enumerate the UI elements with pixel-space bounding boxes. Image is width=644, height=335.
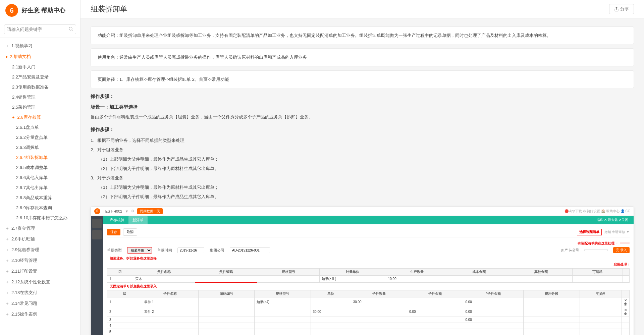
th-other: 其他金额	[510, 268, 572, 275]
sidebar-item-25[interactable]: 2.5采购管理	[0, 102, 80, 112]
sidebar-item-211[interactable]: ＋ 2.11打印设置	[0, 266, 80, 277]
form-type-label: 单据类型	[107, 248, 122, 253]
form-group-label: 集团公司	[210, 248, 224, 253]
sidebar-item-261[interactable]: 2.6.1盘点单	[0, 122, 80, 132]
th-consume: 可消耗	[572, 268, 623, 275]
sidebar-item-269[interactable]: 2.6.9库存账本查询	[0, 203, 80, 213]
th-qty: 生产数量	[386, 268, 448, 275]
app-logo-small: 6	[94, 208, 100, 214]
app-tab-extra: 缩印 ✕ 最大化 ✕关闭	[594, 218, 631, 222]
main-content: 组装拆卸单 分享 功能介绍：组装拆卸单用来处理企业组装或拆卸等加工业务，支持有固…	[80, 0, 644, 335]
form-type-select[interactable]: 组装单据 拆卸单据	[127, 247, 152, 254]
th-action	[623, 268, 630, 275]
app-nav-icon1[interactable]	[92, 219, 102, 228]
th-unit: 计量单位	[319, 268, 386, 275]
app-left-nav	[91, 216, 103, 335]
annotation1-text: 有装配清单的在这里处理 ←——	[107, 240, 630, 246]
sidebar-item-21[interactable]: 2.1新手入门	[0, 62, 80, 72]
th-cost: 成本金额	[448, 268, 510, 275]
sidebar-item-26[interactable]: ● 2.6库存核算	[0, 112, 80, 122]
sidebar-item-28[interactable]: ＋ 2.8手机旺辅	[0, 234, 80, 244]
annotation4-text: ↑ 无固定清单可以直接在这里录入	[107, 284, 630, 289]
sidebar-item-268[interactable]: 2.6.8商品成本重算	[0, 193, 80, 203]
table-row-sub-1: 1 零件 1 如果(×4) 30.00 0.00	[107, 297, 630, 307]
app-topbar: 6 TEST-H002 ▼ ⚙ 同期数据一天 🔴 App下载 ⚙ 初始设置 🏠 …	[91, 207, 634, 216]
sidebar-item-267[interactable]: 2.6.7其他出库单	[0, 183, 80, 193]
form-group-input[interactable]	[230, 247, 270, 253]
form-company-input[interactable]	[584, 249, 608, 251]
content-area: 功能介绍：组装拆卸单用来处理企业组装或拆卸等加工业务，支持有固定装配清单的产品加…	[80, 18, 644, 335]
app-action-row: 保存 取消 选择装配清单 撤销 申请审核 ▼	[107, 227, 630, 237]
app-nav-icon2[interactable]	[92, 230, 102, 239]
scenario1-desc: 当由多个子件材料组装成一个成品的业务为【组装】业务，当由一个父件拆分成多个子产品…	[91, 113, 634, 121]
svg-line-1	[72, 30, 73, 31]
step2-1: （1）上部明细为父件明细，最终作为产成品生成其它入库单；	[91, 155, 634, 164]
scenario1-title: 场景一：加工类型选择	[91, 104, 634, 110]
app-table-header: ☑ 父件名称 父件编码 规格型号 计量单位 生产数量 成本金额 其他金额 可消耗	[107, 268, 630, 283]
sidebar-item-27[interactable]: ＋ 2.7资金管理	[0, 223, 80, 234]
table-row-sub-2: 2 零件 2 30.00 0.00 0.00	[107, 307, 630, 317]
share-button[interactable]: 分享	[609, 4, 634, 14]
table-row: 1 买木 如果(×1L) 10.00	[107, 275, 630, 282]
sidebar-item-help-docs[interactable]: ● 2.帮助文档	[0, 51, 80, 62]
path-block: 页面路径：1、库存核算->库存管理->组装拆卸单 2、首页->常用功能	[91, 70, 634, 88]
svg-point-0	[69, 27, 72, 30]
sidebar-item-video-learning[interactable]: ＋ 1.视频学习	[0, 41, 80, 51]
app-orange-button[interactable]: 同期数据一天	[137, 208, 163, 214]
sidebar-item-213[interactable]: ＋ 2.13在线支付	[0, 287, 80, 298]
scenario1-steps-title: 操作步骤：	[91, 127, 634, 133]
app-tab-new[interactable]: 新添单	[128, 216, 148, 224]
app-form-fields: 单据类型 组装单据 拆卸单据 单据时间 集团公司 如产 从公司	[107, 247, 630, 254]
role-block: 使用角色：通常由生产人员或库管人员完成拆装业务的操作，库管人员确认原材料的出库和…	[91, 48, 634, 66]
sidebar-item-22[interactable]: 2.2产品安装及登录	[0, 72, 80, 82]
app-cancel-btn[interactable]: 取消	[123, 228, 137, 236]
nav-tree: ＋ 1.视频学习 ● 2.帮助文档 2.1新手入门 2.2产品安装及登录 2.3…	[0, 38, 80, 335]
sidebar-item-214[interactable]: ＋ 2.14常见问题	[0, 298, 80, 309]
th-parent-name: 父件名称	[133, 268, 195, 275]
sidebar-item-265[interactable]: 2.6.5成本调整单	[0, 163, 80, 173]
sidebar-item-263[interactable]: 2.6.3调拨单	[0, 143, 80, 153]
sidebar-item-212[interactable]: ＋ 2.12系统个性化设置	[0, 277, 80, 287]
annotation3-text: 启用处理 ↑	[107, 262, 630, 267]
step2: 2、对于组装业务	[91, 146, 634, 154]
sidebar-item-23[interactable]: 2.3使用前数据准备	[0, 82, 80, 92]
sidebar-item-210[interactable]: ＋ 2.10经营管理	[0, 255, 80, 266]
form-date-label: 单据时间	[157, 248, 172, 253]
form-confirm-btn[interactable]: 完 录入	[613, 247, 630, 253]
app-screenshot-wrapper: 6 TEST-H002 ▼ ⚙ 同期数据一天 🔴 App下载 ⚙ 初始设置 🏠 …	[91, 207, 634, 335]
app-body: 库存核算 新添单 缩印 ✕ 最大化 ✕关闭 保存	[91, 216, 634, 335]
form-count-label: 如产 从公司	[561, 248, 579, 253]
app-form-area: 保存 取消 选择装配清单 撤销 申请审核 ▼	[103, 224, 634, 335]
page-title: 组装拆卸单	[91, 4, 127, 14]
annotation-assembly-btn: 选择装配清单	[577, 229, 602, 235]
sidebar-item-262[interactable]: 2.6.2分量盘点单	[0, 132, 80, 143]
th-checkbox: ☑	[107, 268, 133, 275]
app-main-area: 库存核算 新添单 缩印 ✕ 最大化 ✕关闭 保存	[103, 216, 634, 335]
sidebar-item-2610[interactable]: 2.6.10库存账本错了怎么办	[0, 213, 80, 223]
app-save-btn[interactable]: 保存	[107, 229, 120, 235]
logo-icon: 6	[5, 4, 18, 17]
form-date-input[interactable]	[177, 247, 204, 253]
step3: 3、对于拆装业务	[91, 174, 634, 182]
sidebar-item-215[interactable]: ＋ 2.15操作案例	[0, 309, 80, 320]
sidebar-item-264[interactable]: 2.6.4组装拆卸单	[0, 153, 80, 163]
app-tab-stock[interactable]: 库存核算	[106, 216, 128, 224]
plus-icon: ＋	[5, 43, 9, 49]
search-input[interactable]	[7, 27, 68, 32]
share-icon	[614, 7, 619, 11]
app-tab-bar: 库存核算 新添单 缩印 ✕ 最大化 ✕关闭	[103, 216, 634, 224]
top-bar: 组装拆卸单 分享	[80, 0, 644, 18]
sidebar-item-24[interactable]: 2.4销售管理	[0, 92, 80, 102]
step3-1: （1）上部明细为父件明细，最终作为原材料生成其它出库单；	[91, 183, 634, 192]
app-title: 好生意 帮助中心	[21, 6, 65, 14]
search-icon[interactable]	[68, 26, 73, 32]
th-parent-code: 父件编码	[195, 268, 257, 275]
sidebar: 6 好生意 帮助中心 ＋ 1.视频学习 ● 2.帮助文档 2.1新手入门	[0, 0, 80, 335]
steps-block: 1、根据不同的业务，选择不同单据的类型来处理 2、对于组装业务 （1）上部明细为…	[91, 136, 634, 201]
app-instance-id: TEST-H002	[103, 209, 122, 213]
sidebar-item-29[interactable]: ＋ 2.9优惠券管理	[0, 244, 80, 255]
step2-2: （2）下部明细为子件明细，最终作为原材料生成其它出库单。	[91, 164, 634, 173]
search-box[interactable]	[4, 24, 76, 34]
sidebar-item-266[interactable]: 2.6.6其他入库单	[0, 173, 80, 183]
table-row-sub-5: 5	[107, 329, 630, 335]
